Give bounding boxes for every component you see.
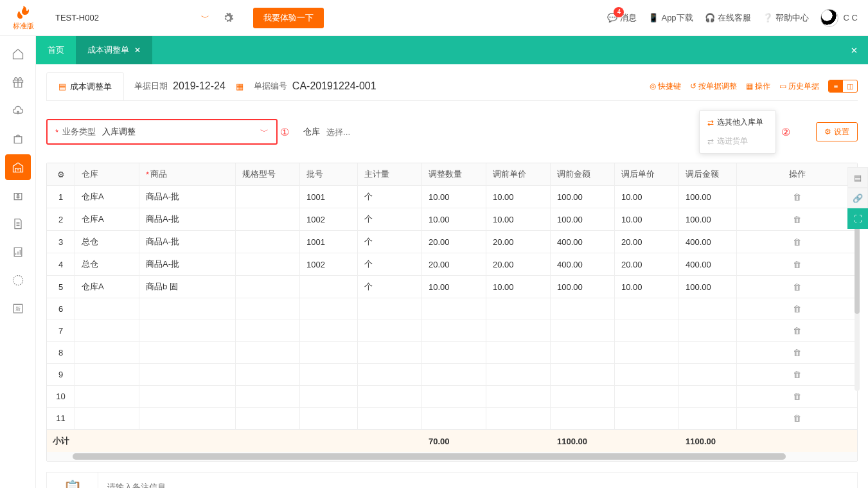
cell-spec[interactable] [236, 253, 300, 275]
cell-batch[interactable] [300, 276, 358, 298]
cell-preprice[interactable] [486, 364, 551, 385]
cell-qty[interactable] [422, 298, 486, 320]
calendar-icon[interactable]: ▦ [236, 82, 244, 91]
dropdown-option-other-inbound[interactable]: ⇄选其他入库单 [700, 113, 775, 132]
try-button[interactable]: 我要体验一下 [253, 8, 324, 28]
nav-new-icon[interactable]: 新 [5, 296, 31, 321]
cell-batch[interactable]: 1001 [300, 186, 358, 208]
cell-spec[interactable] [236, 320, 300, 341]
nav-cloud-icon[interactable] [5, 98, 31, 123]
nav-doc-icon[interactable] [5, 211, 31, 237]
table-row[interactable]: 10🗑 [47, 386, 857, 408]
cell-preprice[interactable] [486, 298, 551, 320]
cell-spec[interactable] [236, 276, 300, 298]
cell-batch[interactable] [300, 342, 358, 363]
history-link[interactable]: ▭历史单据 [779, 81, 819, 92]
cell-postamt[interactable]: 100.00 [679, 276, 737, 298]
cell-qty[interactable]: 10.00 [422, 276, 486, 298]
cell-postprice[interactable] [615, 408, 679, 429]
cell-postprice[interactable]: 10.00 [615, 276, 679, 298]
cell-preprice[interactable]: 20.00 [486, 231, 551, 253]
cell-unit[interactable] [358, 408, 422, 429]
cell-postamt[interactable] [679, 364, 737, 385]
table-row[interactable]: 2仓库A商品A-批1002个10.0010.00100.0010.00100.0… [47, 208, 857, 231]
cell-product[interactable] [139, 386, 236, 407]
cell-postprice[interactable]: 10.00 [615, 208, 679, 230]
cell-postamt[interactable]: 400.00 [679, 231, 737, 253]
cell-postprice[interactable] [615, 386, 679, 407]
view-list-icon[interactable]: ≡ [829, 80, 843, 92]
cell-preamt[interactable]: 400.00 [551, 253, 615, 275]
bill-date-value[interactable]: 2019-12-24 [173, 80, 226, 92]
trash-icon[interactable]: 🗑 [793, 392, 801, 401]
close-all-tabs-icon[interactable]: ✕ [840, 36, 868, 64]
table-row[interactable]: 11🗑 [47, 408, 857, 429]
cell-preamt[interactable] [551, 298, 615, 320]
cell-warehouse[interactable] [75, 298, 139, 320]
cell-unit[interactable]: 个 [358, 186, 422, 208]
cell-postprice[interactable]: 20.00 [615, 231, 679, 253]
cell-batch[interactable]: 1002 [300, 208, 358, 230]
cell-preamt[interactable]: 100.00 [551, 186, 615, 208]
cell-postprice[interactable] [615, 320, 679, 341]
cell-unit[interactable]: 个 [358, 253, 422, 275]
table-row[interactable]: 9🗑 [47, 364, 857, 386]
cell-postprice[interactable] [615, 364, 679, 385]
trash-icon[interactable]: 🗑 [793, 348, 801, 357]
cell-batch[interactable] [300, 320, 358, 341]
trash-icon[interactable]: 🗑 [793, 237, 801, 247]
table-row[interactable]: 5仓库A商品b 固个10.0010.00100.0010.00100.00🗑 [47, 276, 857, 298]
cell-postamt[interactable] [679, 298, 737, 320]
cell-preprice[interactable]: 10.00 [486, 276, 551, 298]
cell-qty[interactable] [422, 386, 486, 407]
org-selector[interactable]: TEST-H002 ﹀ [49, 8, 216, 28]
table-row[interactable]: 4总仓商品A-批1002个20.0020.00400.0020.00400.00… [47, 253, 857, 276]
cell-preprice[interactable] [486, 386, 551, 407]
cell-warehouse[interactable] [75, 364, 139, 385]
operate-link[interactable]: ▦操作 [746, 81, 770, 92]
cell-product[interactable] [139, 364, 236, 385]
cell-batch[interactable] [300, 364, 358, 385]
nav-dots-icon[interactable] [5, 267, 31, 293]
help-center-link[interactable]: ❔ 帮助中心 [763, 12, 809, 24]
cell-product[interactable] [139, 320, 236, 341]
cell-unit[interactable] [358, 320, 422, 341]
org-settings-icon[interactable] [222, 12, 234, 24]
cell-warehouse[interactable] [75, 386, 139, 407]
cell-postprice[interactable]: 20.00 [615, 253, 679, 275]
tab-home[interactable]: 首页 [36, 36, 76, 64]
cell-product[interactable]: 商品A-批 [139, 208, 236, 230]
table-row[interactable]: 3总仓商品A-批1001个20.0020.00400.0020.00400.00… [47, 231, 857, 253]
cell-postprice[interactable]: 10.00 [615, 186, 679, 208]
cell-postamt[interactable]: 100.00 [679, 208, 737, 230]
app-download-link[interactable]: 📱 App下载 [648, 12, 693, 24]
cell-preamt[interactable] [551, 364, 615, 385]
table-row[interactable]: 6🗑 [47, 298, 857, 320]
float-note-icon[interactable]: ▤ [847, 167, 868, 188]
trash-icon[interactable]: 🗑 [793, 260, 801, 269]
cell-unit[interactable] [358, 298, 422, 320]
avatar[interactable] [820, 9, 838, 27]
cell-qty[interactable]: 20.00 [422, 231, 486, 253]
cell-postamt[interactable] [679, 320, 737, 341]
cell-product[interactable]: 商品A-批 [139, 231, 236, 253]
nav-bag-icon[interactable] [5, 126, 31, 152]
nav-money-icon[interactable] [5, 183, 31, 208]
business-type-select[interactable]: * 业务类型 入库调整 ﹀ ① [46, 119, 278, 145]
cell-qty[interactable]: 20.00 [422, 253, 486, 275]
col-settings-icon[interactable]: ⚙ [47, 163, 75, 185]
trash-icon[interactable]: 🗑 [793, 413, 801, 423]
trash-icon[interactable]: 🗑 [793, 215, 801, 224]
cell-postamt[interactable] [679, 408, 737, 429]
trash-icon[interactable]: 🗑 [793, 304, 801, 314]
cell-preprice[interactable] [486, 408, 551, 429]
cell-qty[interactable] [422, 408, 486, 429]
cell-warehouse[interactable] [75, 408, 139, 429]
cell-product[interactable] [139, 342, 236, 363]
warehouse-select[interactable]: 仓库 [303, 126, 455, 138]
cell-postprice[interactable] [615, 298, 679, 320]
cell-preamt[interactable]: 100.00 [551, 276, 615, 298]
cell-warehouse[interactable]: 仓库A [75, 186, 139, 208]
cell-product[interactable] [139, 408, 236, 429]
view-card-icon[interactable]: ◫ [843, 80, 857, 92]
